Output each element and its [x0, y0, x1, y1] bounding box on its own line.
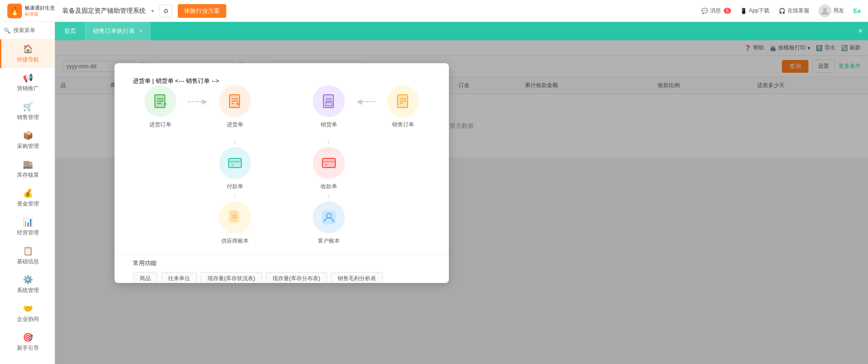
sidebar: 🔍 搜索菜单 🏠 快捷导航 📢 营销推广 🛒 销售管理 📦 采购管理 🏬 库存核… — [0, 22, 55, 364]
btn-stock-status[interactable]: 现存量(库存状况表) — [201, 272, 262, 283]
basic-info-icon: 📋 — [23, 246, 33, 256]
common-functions-section: 常用功能 商品 往来单位 现存量(库存状况表) 现存量(库存分布表) 销售毛利分… — [115, 254, 449, 283]
message-badge: 6 — [724, 8, 731, 14]
sidebar-item-sales[interactable]: 🛒 销售管理 — [0, 97, 55, 126]
overlay: 进货单 | 销货单 <--- 销售订单 --> 进货订单 — [55, 40, 868, 364]
app-download-item[interactable]: 📱 App下载 — [740, 7, 770, 15]
sidebar-item-operations[interactable]: 📊 经营管理 — [0, 212, 55, 241]
sidebar-item-label: 采购管理 — [17, 142, 39, 150]
down-arrow-customer: ↓ — [327, 190, 331, 201]
purchase-order-circle — [144, 85, 176, 117]
purchase-bill-label: 进货单 — [227, 121, 243, 129]
user-item[interactable]: 用友 — [819, 5, 844, 17]
down-arrow-payment: ↓ — [233, 136, 237, 147]
main-layout: 🔍 搜索菜单 🏠 快捷导航 📢 营销推广 🛒 销售管理 📦 采购管理 🏬 库存核… — [0, 22, 868, 364]
supplier-ledger-label: 供应商账本 — [221, 237, 249, 245]
sales-bill-label: 销货单 — [321, 121, 337, 129]
finance-icon: 💰 — [23, 188, 33, 198]
payment-circle: ¥ — [219, 147, 251, 179]
down-arrow-receipt: ↓ — [327, 136, 331, 147]
btn-stock-dist[interactable]: 现存量(库存分布表) — [266, 272, 327, 283]
top-header: 🔥 畅康通好生意 标准版 装备及固定资产辅助管理系统 ▾ ⚙ 体验行业方案 💬 … — [0, 0, 868, 22]
content-area: 首页 销售订单执行表 × × ❓ 帮助 🖨️ 按模板打印 ▾ — [55, 22, 868, 364]
inventory-icon: 🏬 — [23, 159, 33, 169]
logo-text: 畅康通好生意 标准版 — [25, 5, 55, 17]
flow-col-payment: ↓ ¥ 付款单 ↓ — [207, 136, 262, 201]
logo-icon: 🔥 — [7, 4, 22, 18]
collab-icon: 🤝 — [23, 304, 33, 314]
header-right: 💬 消息 6 📱 App下载 🎧 在线客服 用友 Ea — [701, 5, 861, 17]
sidebar-item-finance[interactable]: 💰 资金管理 — [0, 184, 55, 212]
common-buttons-row1: 商品 往来单位 现存量(库存状况表) 现存量(库存分布表) 销售毛利分析表 商品… — [133, 272, 431, 283]
svg-rect-24 — [322, 158, 335, 168]
svg-rect-26 — [322, 161, 335, 163]
customer-ledger-circle — [313, 201, 345, 234]
tab-home[interactable]: 首页 — [55, 22, 85, 40]
sidebar-item-label: 基础信息 — [17, 258, 39, 266]
sales-order-circle — [387, 85, 419, 117]
search-icon: 🔍 — [4, 27, 11, 34]
newuser-icon: 🎯 — [23, 332, 33, 342]
btn-product[interactable]: 商品 — [133, 272, 158, 283]
sales-icon: 🛒 — [23, 102, 33, 112]
sidebar-item-label: 企业协同 — [17, 315, 39, 323]
tab-close-button[interactable]: × — [138, 27, 143, 35]
sidebar-item-marketing[interactable]: 📢 营销推广 — [0, 68, 55, 97]
sales-order-label: 销售订单 — [392, 121, 414, 129]
flow-row-1: 进货订单 ▶ — [133, 85, 431, 129]
system-title: 装备及固定资产辅助管理系统 — [62, 7, 146, 15]
sidebar-item-label: 营销推广 — [17, 85, 39, 92]
popup-box: 进货单 | 销货单 <--- 销售订单 --> 进货订单 — [115, 63, 449, 283]
btn-supplier-customer[interactable]: 往来单位 — [161, 272, 197, 283]
purchase-order-label: 进货订单 — [149, 121, 171, 129]
flow-node-purchase-bill: 进货单 — [207, 85, 262, 129]
gear-button[interactable]: ⚙ — [159, 5, 172, 17]
tab-sales-order[interactable]: 销售订单执行表 × — [85, 22, 151, 40]
purchase-bill-circle — [219, 85, 251, 117]
sidebar-item-newuser[interactable]: 🎯 新手引导 — [0, 328, 55, 357]
svg-rect-20 — [229, 158, 241, 168]
logo-area: 🔥 畅康通好生意 标准版 — [7, 4, 62, 18]
sidebar-item-basic-info[interactable]: 📋 基础信息 — [0, 241, 55, 270]
phone-icon: 📱 — [740, 8, 747, 14]
svg-point-0 — [823, 8, 827, 11]
system-icon: ⚙️ — [23, 275, 33, 285]
page-content: ❓ 帮助 🖨️ 按模板打印 ▾ ⬆️ 导出 🔄 刷新 — [55, 40, 868, 364]
svg-text:¥: ¥ — [231, 163, 234, 167]
flow-section: 进货单 | 销货单 <--- 销售订单 --> 进货订单 — [115, 63, 449, 254]
trial-button[interactable]: 体验行业方案 — [178, 4, 226, 18]
dropdown-arrow[interactable]: ▾ — [151, 8, 154, 14]
arrow-2: ◀ — [356, 97, 376, 117]
sidebar-item-system[interactable]: ⚙️ 系统管理 — [0, 270, 55, 299]
tab-bar: 首页 销售订单执行表 × × — [55, 22, 868, 40]
message-item[interactable]: 💬 消息 6 — [701, 7, 731, 15]
sidebar-item-purchase[interactable]: 📦 采购管理 — [0, 126, 55, 155]
home-icon: 🏠 — [23, 44, 33, 54]
sales-bill-circle — [313, 85, 345, 117]
sidebar-search[interactable]: 🔍 搜索菜单 — [0, 22, 55, 39]
flow-row-3: 供应商账本 客户账本 — [133, 201, 431, 245]
sidebar-item-quick-nav[interactable]: 🏠 快捷导航 — [0, 39, 55, 68]
flow-node-customer-ledger: 客户账本 — [301, 201, 356, 245]
sidebar-item-label: 新手引导 — [17, 344, 39, 352]
ea-badge: Ea — [853, 7, 861, 14]
btn-sales-profit[interactable]: 销售毛利分析表 — [331, 272, 383, 283]
flow-row-2: ↓ ¥ 付款单 ↓ ↓ — [133, 136, 431, 201]
sidebar-item-label: 库存核算 — [17, 171, 39, 179]
tab-close-all[interactable]: × — [853, 22, 868, 40]
header-center: 装备及固定资产辅助管理系统 ▾ ⚙ 体验行业方案 — [62, 4, 701, 18]
sidebar-item-label: 经营管理 — [17, 229, 39, 237]
flow-col-receipt: ↓ ¥ 收款单 ↓ — [301, 136, 356, 201]
common-functions-title: 常用功能 — [133, 259, 431, 267]
purchase-icon: 📦 — [23, 130, 33, 141]
flow-node-purchase-order: 进货订单 — [133, 85, 188, 129]
flow-node-sales-bill: 销货单 — [301, 85, 356, 129]
svg-rect-22 — [229, 161, 241, 163]
sidebar-item-collab[interactable]: 🤝 企业协同 — [0, 299, 55, 328]
message-icon: 💬 — [701, 8, 708, 14]
flow-node-supplier-ledger: 供应商账本 — [207, 201, 262, 245]
flow-node-sales-order: 销售订单 — [376, 85, 431, 129]
sidebar-item-inventory[interactable]: 🏬 库存核算 — [0, 155, 55, 184]
svg-rect-29 — [231, 212, 239, 223]
online-service-item[interactable]: 🎧 在线客服 — [779, 7, 809, 15]
